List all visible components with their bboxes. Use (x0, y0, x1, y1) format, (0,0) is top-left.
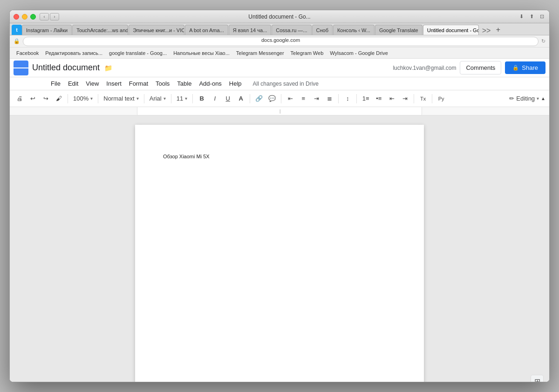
toolbar-separator (338, 94, 339, 103)
doc-title[interactable]: Untitled document (32, 63, 100, 73)
url-bar: 🔒 docs.google.com ↻ (10, 35, 549, 47)
text-color-button[interactable]: A (235, 93, 247, 105)
minimize-button[interactable] (22, 14, 27, 20)
editing-dropdown-icon: ▾ (537, 96, 539, 101)
folder-icon[interactable]: 📁 (104, 64, 112, 72)
docs-menu-icon[interactable] (14, 61, 28, 75)
document-page[interactable]: Обзор Xiaomi Mi 5X (135, 125, 424, 382)
bold-button[interactable]: B (196, 93, 208, 105)
bookmark-translate[interactable]: google translate - Goog... (106, 49, 170, 57)
tab-ain[interactable]: Я взял 14 ча... (229, 25, 272, 35)
align-center-button[interactable]: ≡ (297, 93, 309, 105)
editing-label: ✏ Editing ▾ ▲ (509, 95, 545, 102)
toolbar-separator (432, 94, 432, 103)
align-left-button[interactable]: ⇤ (284, 93, 296, 105)
style-dropdown-icon: ▾ (136, 96, 139, 101)
tab-twitter[interactable]: t (12, 25, 22, 35)
numbered-list-button[interactable]: 1≡ (360, 93, 372, 105)
menu-help[interactable]: Help (225, 78, 245, 89)
document-content[interactable]: Обзор Xiaomi Mi 5X (163, 153, 396, 161)
comments-button[interactable]: Comments (460, 61, 501, 74)
bookmark-wylsacom[interactable]: Wylsacom - Google Drive (327, 49, 391, 57)
menu-insert[interactable]: Insert (102, 78, 125, 89)
hamburger-line (19, 68, 24, 68)
url-input[interactable]: docs.google.com (23, 37, 539, 46)
ruler: | (10, 107, 549, 115)
line-spacing-button[interactable]: ↕ (341, 93, 354, 105)
menu-addons[interactable]: Add-ons (195, 78, 225, 89)
editing-text: Editing (516, 95, 535, 102)
share-button[interactable]: 🔒 Share (505, 61, 545, 74)
assistant-button[interactable]: ⊞ (531, 375, 544, 382)
menu-tools[interactable]: Tools (152, 78, 173, 89)
menu-edit[interactable]: Edit (64, 78, 82, 89)
align-right-button[interactable]: ⇥ (310, 93, 322, 105)
comment-button[interactable]: 💬 (266, 93, 278, 105)
zoom-dropdown-icon: ▾ (90, 96, 93, 101)
increase-indent-button[interactable]: ⇥ (399, 93, 411, 105)
menu-file[interactable]: File (47, 78, 64, 89)
collapse-toolbar-icon[interactable]: ▲ (541, 96, 545, 101)
clear-format-button[interactable]: Tx (417, 93, 429, 105)
share-lock-icon: 🔒 (512, 65, 519, 71)
tab-cossa[interactable]: Cossa.ru —... (272, 25, 311, 35)
share-icon[interactable]: ⬆ (528, 13, 535, 20)
more-tabs-button[interactable]: >> (479, 27, 494, 35)
document-text[interactable]: Обзор Xiaomi Mi 5X (163, 153, 396, 161)
font-size-select[interactable]: 11 ▾ (174, 93, 190, 105)
tab-konsol[interactable]: Консоль ‹ W... (333, 25, 375, 35)
font-select[interactable]: Arial ▾ (147, 93, 168, 105)
maximize-button[interactable] (30, 14, 36, 20)
decrease-indent-button[interactable]: ⇤ (386, 93, 398, 105)
forward-button[interactable]: › (50, 13, 59, 20)
redo-button[interactable]: ↪ (40, 93, 52, 105)
tab-verge[interactable]: A bot on Ama... (185, 25, 228, 35)
bookmark-telegram-messenger[interactable]: Telegram Messenger (233, 49, 287, 57)
toolbar-separator (281, 94, 281, 103)
tab-snob[interactable]: Сноб (312, 25, 333, 35)
docs-topbar-right: luchkov.1van@gmail.com Comments 🔒 Share (393, 61, 545, 74)
window-title: Untitled document - Go... (248, 14, 310, 20)
document-area[interactable]: Обзор Xiaomi Mi 5X ⊞ (10, 115, 549, 382)
style-value: Normal text (103, 95, 134, 102)
toolbar-separator (98, 94, 98, 103)
zoom-select[interactable]: 100% ▾ (71, 93, 95, 105)
print-button[interactable]: 🖨 (14, 93, 26, 105)
refresh-icon[interactable]: ↻ (541, 38, 545, 44)
gdocs-wrapper: Untitled document 📁 luchkov.1van@gmail.c… (10, 59, 549, 382)
ru-button[interactable]: Ру (435, 93, 447, 105)
undo-button[interactable]: ↩ (27, 93, 39, 105)
toolbar-separator (356, 94, 357, 103)
bookmark-facebook[interactable]: Facebook (14, 49, 41, 57)
user-email[interactable]: luchkov.1van@gmail.com (393, 65, 456, 71)
paint-format-button[interactable]: 🖌 (53, 93, 65, 105)
pencil-icon: ✏ (509, 95, 514, 102)
tab-bar: t Instagram - Лайки TouchArcade:...ws an… (10, 23, 549, 35)
menu-format[interactable]: Format (125, 78, 152, 89)
tab-translate[interactable]: Google Translate (375, 25, 423, 35)
bookmark-edit[interactable]: Редактировать запись... (42, 49, 105, 57)
align-justify-button[interactable]: ≣ (323, 93, 335, 105)
bulleted-list-button[interactable]: •≡ (373, 93, 385, 105)
link-button[interactable]: 🔗 (253, 93, 265, 105)
italic-button[interactable]: I (209, 93, 221, 105)
toolbar-separator (144, 94, 144, 103)
download-icon[interactable]: ⬇ (518, 13, 525, 20)
menu-view[interactable]: View (82, 78, 102, 89)
close-button[interactable] (14, 14, 19, 20)
fullscreen-icon[interactable]: ⊡ (538, 13, 545, 20)
underline-button[interactable]: U (222, 93, 234, 105)
tab-toucharcade[interactable]: TouchArcade:...ws and News (72, 25, 128, 35)
new-tab-button[interactable]: + (493, 25, 503, 35)
tab-instagram[interactable]: Instagram - Лайки (22, 25, 72, 35)
ruler-inner: | (137, 107, 422, 115)
bookmark-xiaomi[interactable]: Напольные весы Xiao... (170, 49, 232, 57)
tab-epichnie[interactable]: Эпичные книг...и - VICE (129, 25, 184, 35)
menu-table[interactable]: Table (173, 78, 195, 89)
tab-untitled-doc[interactable]: Untitled document - Go... × (423, 25, 479, 35)
style-select[interactable]: Normal text ▾ (101, 93, 141, 105)
lock-icon: 🔒 (14, 38, 20, 44)
bookmark-telegram-web[interactable]: Telegram Web (288, 49, 327, 57)
back-button[interactable]: ‹ (40, 13, 49, 20)
toolbar-separator (68, 94, 68, 103)
